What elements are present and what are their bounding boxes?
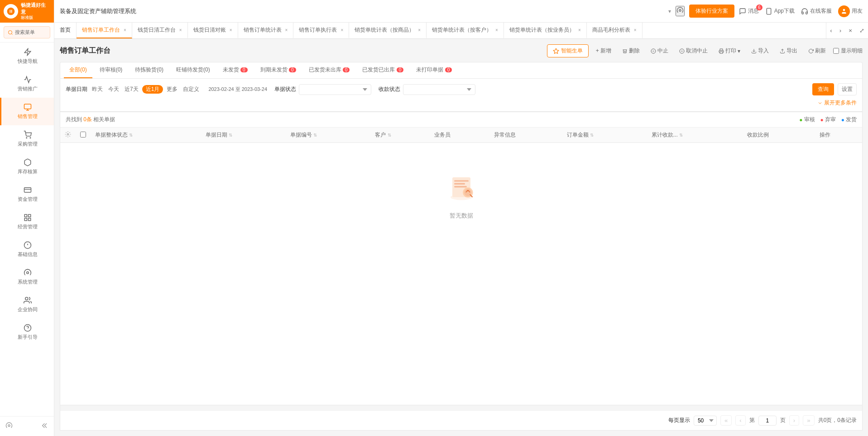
- subtab-pending-review[interactable]: 待审核(0): [94, 62, 128, 78]
- tab-close-btn[interactable]: ×: [495, 28, 498, 33]
- tab-close-btn[interactable]: ×: [418, 28, 421, 33]
- filter-settings-btn[interactable]: 设置: [838, 83, 857, 95]
- date-custom-btn[interactable]: 自定义: [181, 85, 201, 94]
- query-btn[interactable]: 查询: [812, 83, 834, 95]
- app-download-btn[interactable]: App下载: [765, 7, 795, 15]
- scrollbar-area[interactable]: [60, 405, 862, 410]
- th-customer[interactable]: 客户 ⇅: [370, 128, 430, 143]
- sidebar-search-button[interactable]: 搜索菜单: [4, 26, 50, 38]
- tab-sales-order-workbench[interactable]: 销售订单工作台 ×: [77, 23, 132, 38]
- tab-close-btn[interactable]: ×: [285, 28, 288, 33]
- add-btn[interactable]: + 新增: [592, 45, 615, 57]
- sidebar-item-quick-nav[interactable]: 快捷导航: [0, 43, 54, 70]
- date-1month-btn[interactable]: 近1月: [142, 85, 163, 94]
- refresh-btn[interactable]: 刷新: [805, 45, 830, 57]
- subtab-not-shipped[interactable]: 未发货 0: [217, 62, 253, 78]
- print-btn[interactable]: 打印 ▾: [715, 45, 744, 57]
- tab-expand-btn[interactable]: ⤢: [856, 23, 868, 38]
- payment-select[interactable]: [403, 84, 475, 95]
- tab-home[interactable]: 首页: [54, 23, 77, 38]
- date-more-btn[interactable]: 更多: [165, 85, 179, 94]
- messages-btn[interactable]: 消息 6: [739, 7, 759, 15]
- sidebar-item-enterprise[interactable]: 企业协同: [0, 291, 54, 318]
- app-edition: 标准版: [21, 15, 50, 21]
- sidebar-settings-btn[interactable]: [4, 420, 14, 432]
- user-menu-btn[interactable]: 用友: [838, 5, 863, 17]
- page-input[interactable]: [758, 416, 777, 426]
- tab-close-btn[interactable]: ×: [230, 28, 232, 33]
- tab-close-btn[interactable]: ×: [340, 28, 343, 33]
- sidebar-item-marketing[interactable]: 营销推广: [0, 70, 54, 98]
- sidebar-collapse-btn[interactable]: [39, 420, 50, 432]
- tab-sales-by-customer[interactable]: 销货单统计表（按客户） ×: [427, 23, 504, 38]
- tab-label: 销货单统计表（按商品）: [355, 26, 414, 34]
- sidebar-item-purchase[interactable]: 采购管理: [0, 125, 54, 153]
- subtab-all[interactable]: 全部(0): [64, 62, 92, 78]
- ship-btn[interactable]: ● 发货: [841, 116, 857, 123]
- show-detail-input[interactable]: [833, 48, 839, 54]
- sidebar-item-operations[interactable]: 经营管理: [0, 208, 54, 236]
- date-yesterday-btn[interactable]: 昨天: [90, 85, 105, 94]
- expand-conditions-btn[interactable]: 展开更多条件: [817, 99, 857, 107]
- industry-solution-btn[interactable]: 体验行业方案: [689, 5, 734, 18]
- import-btn[interactable]: 导入: [748, 45, 772, 57]
- cancel-stop-btn[interactable]: 取消中止: [676, 45, 711, 57]
- subtab-not-printed[interactable]: 未打印单据 0: [411, 62, 457, 78]
- tab-close-btn[interactable]: ×: [634, 28, 637, 33]
- tab-gross-profit[interactable]: 商品毛利分析表 ×: [587, 23, 643, 38]
- tab-close-btn[interactable]: ×: [124, 28, 126, 33]
- export-btn[interactable]: 导出: [776, 45, 801, 57]
- tab-sales-exec[interactable]: 销售订单执行表 ×: [293, 23, 349, 38]
- th-status[interactable]: 单据整体状态 ⇅: [91, 128, 201, 143]
- sidebar-item-guide[interactable]: 新手引导: [0, 318, 54, 346]
- subtab-wangpu-ship[interactable]: 旺铺待发货(0): [171, 62, 216, 78]
- select-all-checkbox[interactable]: [80, 132, 86, 137]
- th-checkbox[interactable]: [76, 128, 91, 143]
- svg-rect-6: [24, 214, 27, 217]
- smart-create-btn[interactable]: 智能生单: [547, 44, 589, 57]
- svg-rect-4: [24, 188, 31, 193]
- subtab-pending-inspect[interactable]: 待拣验货(0): [129, 62, 169, 78]
- next-page-btn[interactable]: ›: [789, 415, 799, 426]
- first-page-btn[interactable]: «: [720, 415, 732, 426]
- date-today-btn[interactable]: 今天: [106, 85, 121, 94]
- status-select[interactable]: [299, 84, 371, 95]
- th-number[interactable]: 单据编号 ⇅: [286, 128, 370, 143]
- tab-prev-btn[interactable]: ‹: [826, 23, 835, 38]
- tab-sales-by-product[interactable]: 销货单统计表（按商品） ×: [349, 23, 427, 38]
- subtab-shipped-out[interactable]: 已发货已出库 0: [357, 62, 409, 78]
- page-title: 销售订单工作台: [60, 46, 110, 56]
- audit-btn[interactable]: ● 审核: [799, 116, 815, 123]
- sidebar-item-label: 经营管理: [18, 223, 38, 230]
- cancel-audit-btn[interactable]: ● 弃审: [820, 116, 836, 123]
- tab-sales-stat[interactable]: 销售订单统计表 ×: [238, 23, 294, 38]
- tab-daily-cash[interactable]: 钱货日清工作台 ×: [132, 23, 188, 38]
- tab-close-btn[interactable]: ×: [578, 28, 581, 33]
- sidebar-item-inventory[interactable]: 库存核算: [0, 153, 54, 180]
- date-range-display: 2023-02-24 至 2023-03-24: [208, 86, 267, 93]
- date-7days-btn[interactable]: 近7天: [123, 85, 140, 94]
- tab-sales-by-staff[interactable]: 销货单统计表（按业务员） ×: [504, 23, 587, 38]
- per-page-select[interactable]: 10 20 50 100: [694, 416, 717, 426]
- subtab-shipped-not-out[interactable]: 已发货未出库 0: [303, 62, 355, 78]
- sidebar-item-basic-info[interactable]: 基础信息: [0, 236, 54, 263]
- tab-reconciliation[interactable]: 钱货日清对账 ×: [188, 23, 238, 38]
- subtab-overdue-ship[interactable]: 到期未发货 0: [255, 62, 302, 78]
- svg-point-2: [26, 137, 27, 138]
- tab-close-all-btn[interactable]: ×: [845, 23, 856, 38]
- th-collected[interactable]: 累计收款... ⇅: [647, 128, 743, 143]
- tab-close-btn[interactable]: ×: [179, 28, 182, 33]
- topbar-settings-btn[interactable]: [676, 6, 685, 16]
- th-amount[interactable]: 订单金额 ⇅: [562, 128, 647, 143]
- last-page-btn[interactable]: »: [803, 415, 814, 426]
- sidebar-item-system[interactable]: 系统管理: [0, 263, 54, 291]
- prev-page-btn[interactable]: ‹: [735, 415, 745, 426]
- sidebar-item-sales[interactable]: 销售管理: [0, 98, 54, 125]
- th-date[interactable]: 单据日期 ⇅: [201, 128, 286, 143]
- sidebar-item-finance[interactable]: 资金管理: [0, 180, 54, 208]
- delete-btn[interactable]: 删除: [619, 45, 643, 57]
- show-detail-checkbox[interactable]: 显示明细: [833, 47, 863, 55]
- tab-next-btn[interactable]: ›: [836, 23, 845, 38]
- stop-btn[interactable]: 中止: [647, 45, 672, 57]
- online-service-btn[interactable]: 在线客服: [801, 7, 832, 15]
